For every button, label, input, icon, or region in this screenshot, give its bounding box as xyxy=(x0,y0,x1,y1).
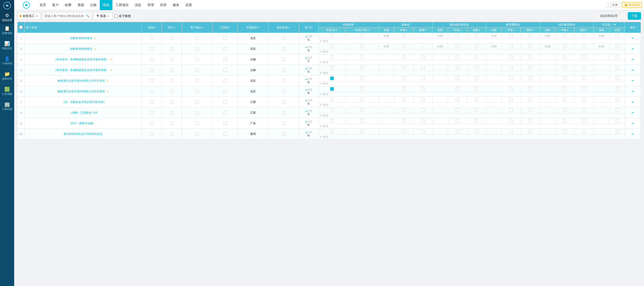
unchecked-box[interactable] xyxy=(582,87,586,91)
unchecked-box[interactable] xyxy=(170,79,173,82)
unchecked-box[interactable] xyxy=(330,44,334,48)
unchecked-box[interactable] xyxy=(150,68,153,72)
vip-btn[interactable]: 👑 稻壳会员 xyxy=(622,2,642,8)
unchecked-box[interactable] xyxy=(509,34,513,37)
unchecked-box[interactable] xyxy=(223,132,227,136)
nav-bookkeeping[interactable]: 记账 xyxy=(87,0,100,10)
unchecked-box[interactable] xyxy=(582,34,586,37)
unchecked-box[interactable] xyxy=(563,55,567,59)
sidebar-item-annual-report[interactable]: 🏢 工商年报 xyxy=(0,100,14,113)
unchecked-box[interactable] xyxy=(421,130,425,133)
unchecked-box[interactable] xyxy=(195,90,199,93)
unchecked-box[interactable] xyxy=(282,132,285,136)
unchecked-box[interactable] xyxy=(582,55,586,59)
unchecked-box[interactable] xyxy=(195,132,199,136)
unchecked-box[interactable] xyxy=(282,47,285,50)
unchecked-box[interactable] xyxy=(170,47,173,50)
unchecked-box[interactable] xyxy=(170,68,173,72)
unchecked-box[interactable] xyxy=(563,108,567,112)
edit-icon[interactable]: ✏ xyxy=(632,132,634,136)
unchecked-box[interactable] xyxy=(509,44,513,48)
sidebar-item-tax-records[interactable]: 📁 报税记录 xyxy=(0,70,14,83)
edit-icon[interactable]: ✏ xyxy=(632,58,634,61)
unchecked-box[interactable] xyxy=(582,108,586,112)
unchecked-box[interactable] xyxy=(282,58,285,61)
unchecked-box[interactable] xyxy=(360,66,364,69)
unchecked-box[interactable] xyxy=(509,55,513,59)
unchecked-box[interactable] xyxy=(150,111,153,114)
unchecked-box[interactable] xyxy=(475,76,478,80)
unchecked-box[interactable] xyxy=(195,100,199,104)
unchecked-box[interactable] xyxy=(223,47,227,50)
unchecked-box[interactable] xyxy=(360,119,364,122)
unchecked-box[interactable] xyxy=(582,44,586,48)
unchecked-box[interactable] xyxy=(529,44,532,48)
unchecked-box[interactable] xyxy=(402,55,405,59)
unchecked-box[interactable] xyxy=(150,100,153,104)
unchecked-box[interactable] xyxy=(402,34,405,37)
unchecked-box[interactable] xyxy=(360,55,364,59)
unchecked-box[interactable] xyxy=(170,132,173,136)
sidebar-item-batch-tax[interactable]: 📋 批量报税 xyxy=(0,24,14,37)
unchecked-box[interactable] xyxy=(150,79,153,82)
client-name-link[interactable]: 2013（陶美芳勿删） xyxy=(70,122,96,125)
unchecked-box[interactable] xyxy=(402,130,405,133)
unchecked-box[interactable] xyxy=(223,36,227,40)
unchecked-box[interactable] xyxy=(475,108,478,112)
unchecked-box[interactable] xyxy=(170,111,173,114)
nav-settings[interactable]: 设置 xyxy=(182,0,195,10)
search-input[interactable] xyxy=(44,14,85,18)
prev-btn[interactable]: ‹ xyxy=(592,13,598,19)
unchecked-box[interactable] xyxy=(402,108,405,112)
unchecked-box[interactable] xyxy=(360,108,364,112)
unchecked-box[interactable] xyxy=(421,98,425,101)
unchecked-box[interactable] xyxy=(421,108,425,112)
unchecked-box[interactable] xyxy=(330,130,334,133)
unchecked-box[interactable] xyxy=(330,98,334,101)
unchecked-box[interactable] xyxy=(456,76,459,80)
unchecked-box[interactable] xyxy=(360,87,364,91)
unchecked-box[interactable] xyxy=(195,111,199,114)
download-btn[interactable]: 下载 xyxy=(628,12,641,20)
unchecked-box[interactable] xyxy=(223,90,227,93)
employee-filter-select[interactable]: 全部员工 ▼ xyxy=(17,12,41,20)
unchecked-box[interactable] xyxy=(616,66,619,69)
unchecked-box[interactable] xyxy=(616,108,619,112)
filter-btn[interactable]: ⚗ 筛选 ▼ xyxy=(93,12,112,20)
unchecked-box[interactable] xyxy=(402,119,405,122)
select-all-checkbox[interactable] xyxy=(19,26,23,29)
edit-icon[interactable]: ✏ xyxy=(632,79,634,83)
unchecked-box[interactable] xyxy=(616,119,619,122)
unchecked-box[interactable] xyxy=(563,119,567,122)
unchecked-box[interactable] xyxy=(282,79,285,82)
unchecked-box[interactable] xyxy=(563,87,567,91)
unchecked-box[interactable] xyxy=(529,66,532,69)
unchecked-box[interactable] xyxy=(421,55,425,59)
unchecked-box[interactable] xyxy=(456,87,459,91)
unchecked-box[interactable] xyxy=(330,55,334,59)
unchecked-box[interactable] xyxy=(582,76,586,80)
unchecked-box[interactable] xyxy=(456,44,459,48)
unchecked-box[interactable] xyxy=(282,36,285,40)
unchecked-box[interactable] xyxy=(421,66,425,69)
unchecked-box[interactable] xyxy=(360,76,364,80)
unchecked-box[interactable] xyxy=(195,36,199,40)
unchecked-box[interactable] xyxy=(360,130,364,133)
client-name-link[interactable]: 勿删新锐网络通信 xyxy=(70,47,92,50)
unchecked-box[interactable] xyxy=(282,68,285,72)
nav-tax[interactable]: 报税 xyxy=(100,0,112,10)
unchecked-box[interactable] xyxy=(150,90,153,93)
unchecked-box[interactable] xyxy=(475,34,478,37)
named-label-checkbox[interactable]: 名下标签 xyxy=(114,14,131,18)
unchecked-box[interactable] xyxy=(282,90,285,93)
unchecked-box[interactable] xyxy=(616,130,619,133)
unchecked-box[interactable] xyxy=(421,87,425,91)
unchecked-box[interactable] xyxy=(616,55,619,59)
unchecked-box[interactable] xyxy=(195,58,199,61)
unchecked-box[interactable] xyxy=(223,100,227,104)
client-name-link[interactable]: （勿删）江西股金-LSS xyxy=(69,111,97,114)
nav-invoice[interactable]: 票据 xyxy=(74,0,87,10)
unchecked-box[interactable] xyxy=(223,68,227,72)
unchecked-box[interactable] xyxy=(456,108,459,112)
unchecked-box[interactable] xyxy=(529,34,532,37)
